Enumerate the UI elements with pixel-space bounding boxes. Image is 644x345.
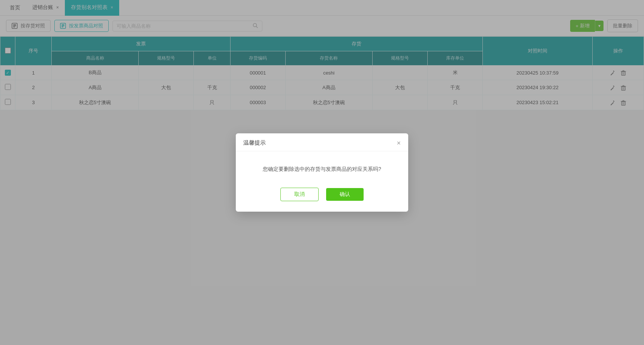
dialog-header: 温馨提示 × <box>236 133 408 151</box>
btn-confirm[interactable]: 确认 <box>326 188 364 201</box>
dialog-body: 您确定要删除选中的存货与发票商品的对应关系吗? <box>236 151 408 184</box>
overlay: 温馨提示 × 您确定要删除选中的存货与发票商品的对应关系吗? 取消 确认 <box>0 0 644 345</box>
dialog-message: 您确定要删除选中的存货与发票商品的对应关系吗? <box>263 166 381 172</box>
dialog-title: 温馨提示 <box>243 139 266 146</box>
dialog: 温馨提示 × 您确定要删除选中的存货与发票商品的对应关系吗? 取消 确认 <box>236 133 408 211</box>
dialog-footer: 取消 确认 <box>236 184 408 212</box>
btn-cancel[interactable]: 取消 <box>280 188 319 201</box>
dialog-close-icon[interactable]: × <box>397 140 401 146</box>
